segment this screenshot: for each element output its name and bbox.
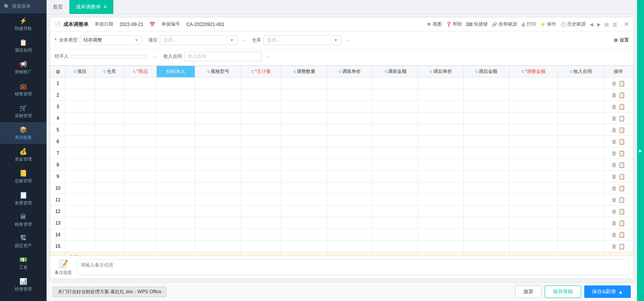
table-cell[interactable] xyxy=(156,136,195,147)
table-cell[interactable] xyxy=(124,217,156,229)
nav-next-icon[interactable]: ▶ xyxy=(597,22,601,27)
table-cell[interactable] xyxy=(95,136,124,147)
handler-more-btn[interactable]: ··· xyxy=(152,54,157,60)
table-cell[interactable] xyxy=(509,171,558,182)
copy-row-icon[interactable]: 📋 xyxy=(618,220,625,226)
delete-row-icon[interactable]: 🗑 xyxy=(611,150,617,156)
table-cell[interactable] xyxy=(464,112,509,124)
table-cell[interactable] xyxy=(66,78,95,89)
table-cell[interactable] xyxy=(464,182,509,194)
table-cell[interactable] xyxy=(418,78,463,89)
table-cell[interactable] xyxy=(464,136,509,147)
table-cell[interactable] xyxy=(372,229,418,240)
table-cell[interactable] xyxy=(372,136,418,147)
table-cell[interactable] xyxy=(327,194,372,206)
table-cell[interactable] xyxy=(327,217,372,229)
copy-row-icon[interactable]: 📋 xyxy=(618,185,625,191)
handler-input[interactable] xyxy=(71,55,149,58)
sidebar-item-ops-mgmt[interactable]: 📊 经营管理 xyxy=(0,274,47,296)
table-cell[interactable] xyxy=(124,182,156,194)
table-cell[interactable] xyxy=(95,159,124,171)
calendar-icon[interactable]: 📅 xyxy=(149,22,155,27)
th-warehouse[interactable]: ⇅仓库 xyxy=(95,66,124,78)
table-cell[interactable] xyxy=(66,194,95,206)
table-cell[interactable] xyxy=(464,78,509,89)
delete-row-icon[interactable]: 🗑 xyxy=(611,162,617,168)
layout-icon1[interactable]: ▤ xyxy=(604,22,609,27)
table-cell[interactable] xyxy=(241,171,281,182)
table-cell[interactable] xyxy=(281,89,327,101)
copy-row-icon[interactable]: 📋 xyxy=(618,197,625,203)
table-cell[interactable] xyxy=(558,240,603,252)
th-post-price[interactable]: ⇅调后单价 xyxy=(418,66,463,78)
table-cell[interactable] xyxy=(95,112,124,124)
table-cell[interactable] xyxy=(418,159,463,171)
table-cell[interactable] xyxy=(418,112,463,124)
table-cell[interactable] xyxy=(66,89,95,101)
table-cell[interactable] xyxy=(195,229,241,240)
table-cell[interactable] xyxy=(281,206,327,217)
table-cell[interactable] xyxy=(558,101,603,112)
copy-row-icon[interactable]: 📋 xyxy=(618,115,625,121)
th-goods[interactable]: ⇅*商品 xyxy=(124,66,156,78)
copy-row-icon[interactable]: 📋 xyxy=(618,232,625,238)
sidebar-search[interactable]: 🔍 搜索菜单 xyxy=(0,0,47,13)
sidebar-item-tax-mgmt[interactable]: 🏛 税务管理 xyxy=(0,209,47,231)
th-pre-amount[interactable]: ⇅调前金额 xyxy=(372,66,418,78)
table-cell[interactable] xyxy=(195,136,241,147)
table-cell[interactable] xyxy=(464,89,509,101)
copy-row-icon[interactable]: 📋 xyxy=(618,138,625,145)
copy-row-icon[interactable]: 📋 xyxy=(618,80,625,86)
delete-row-icon[interactable]: 🗑 xyxy=(611,208,617,215)
table-cell[interactable] xyxy=(156,206,195,217)
table-cell[interactable] xyxy=(418,206,463,217)
table-cell[interactable] xyxy=(281,112,327,124)
sidebar-item-purchase-mgmt[interactable]: 🛒 采购管理 xyxy=(0,100,47,122)
history-btn[interactable]: 🕐 历史赋源 xyxy=(560,21,586,28)
copy-row-icon[interactable]: 📋 xyxy=(618,162,625,168)
delete-row-icon[interactable]: 🗑 xyxy=(611,197,617,203)
table-cell[interactable] xyxy=(372,124,418,136)
table-cell[interactable] xyxy=(281,136,327,147)
table-cell[interactable] xyxy=(95,240,124,252)
table-cell[interactable] xyxy=(327,147,372,159)
sidebar-item-sales-mgmt[interactable]: 💼 销售管理 xyxy=(0,79,47,100)
table-cell[interactable] xyxy=(95,182,124,194)
table-cell[interactable] xyxy=(124,240,156,252)
table-cell[interactable] xyxy=(327,240,372,252)
table-cell[interactable] xyxy=(195,159,241,171)
table-cell[interactable] xyxy=(195,171,241,182)
delete-row-icon[interactable]: 🗑 xyxy=(611,104,617,110)
table-cell[interactable] xyxy=(241,194,281,206)
table-cell[interactable] xyxy=(558,136,603,147)
table-cell[interactable] xyxy=(418,89,463,101)
table-cell[interactable] xyxy=(156,101,195,112)
table-cell[interactable] xyxy=(558,206,603,217)
table-cell[interactable] xyxy=(327,78,372,89)
table-cell[interactable] xyxy=(66,147,95,159)
table-cell[interactable] xyxy=(156,147,195,159)
table-cell[interactable] xyxy=(195,194,241,206)
table-cell[interactable] xyxy=(66,159,95,171)
table-cell[interactable] xyxy=(156,240,195,252)
th-post-amount[interactable]: ⇅调后金额 xyxy=(464,66,509,78)
table-cell[interactable] xyxy=(281,159,327,171)
table-cell[interactable] xyxy=(281,182,327,194)
table-cell[interactable] xyxy=(509,136,558,147)
table-cell[interactable] xyxy=(241,217,281,229)
sidebar-item-project-contract[interactable]: 📋 项目合同 xyxy=(0,35,47,57)
copy-row-icon[interactable]: 📋 xyxy=(618,243,625,249)
table-cell[interactable] xyxy=(195,206,241,217)
table-cell[interactable] xyxy=(372,217,418,229)
table-cell[interactable] xyxy=(241,206,281,217)
table-cell[interactable] xyxy=(509,101,558,112)
table-cell[interactable] xyxy=(372,78,418,89)
th-unit[interactable]: ⇅*主计量 xyxy=(241,66,281,78)
biz-type-select[interactable]: 结存调整 ▼ xyxy=(80,35,142,45)
sidebar-item-ledger-mgmt[interactable]: 📒 总账管理 xyxy=(0,166,47,187)
table-cell[interactable] xyxy=(509,229,558,240)
table-cell[interactable] xyxy=(156,112,195,124)
delete-row-icon[interactable]: 🗑 xyxy=(611,127,617,133)
table-cell[interactable] xyxy=(327,229,372,240)
table-cell[interactable] xyxy=(558,182,603,194)
